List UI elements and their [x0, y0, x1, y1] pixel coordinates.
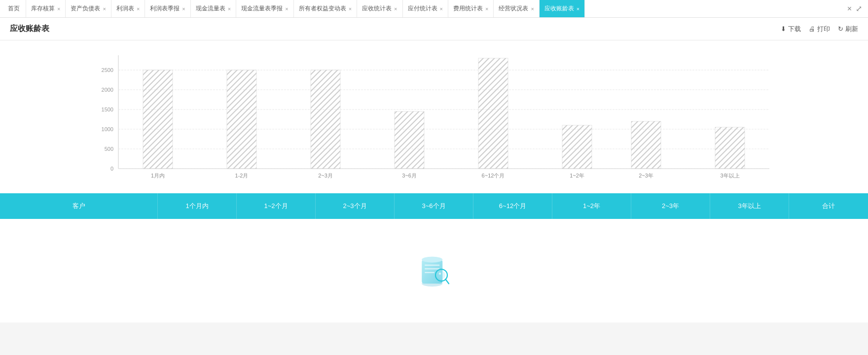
svg-point-33 [422, 257, 442, 263]
th-9: 合计 [789, 193, 868, 219]
svg-point-38 [437, 271, 446, 280]
refresh-icon: ↻ [838, 25, 843, 33]
svg-line-39 [445, 279, 449, 284]
tab-xjll[interactable]: 现金流量表× [191, 0, 236, 18]
svg-text:2~3月: 2~3月 [318, 173, 333, 178]
tab-close-icon[interactable]: × [394, 6, 397, 12]
tab-label: 应收账龄表 [544, 4, 574, 13]
th-2: 1~2个月 [237, 193, 316, 219]
svg-text:0: 0 [110, 166, 113, 172]
tab-fytj[interactable]: 费用统计表× [448, 0, 494, 18]
tab-kucun[interactable]: 库存核算× [26, 0, 66, 18]
tab-yszl[interactable]: 应收账龄表× [540, 0, 585, 18]
tab-lrbjb[interactable]: 利润表季报× [145, 0, 190, 18]
tab-label: 费用统计表 [453, 4, 483, 13]
tab-label: 资产负债表 [71, 4, 100, 13]
empty-state-icon [412, 248, 456, 293]
page-title: 应收账龄表 [10, 24, 49, 34]
tab-jyzk[interactable]: 经营状况表× [494, 0, 539, 18]
tab-close-icon[interactable]: × [577, 6, 579, 12]
tab-close-icon[interactable]: × [440, 6, 443, 12]
svg-text:6~12个月: 6~12个月 [482, 173, 505, 178]
tab-label: 所有者权益变动表 [299, 4, 346, 13]
header-actions: ⬇ 下载 🖨 打印 ↻ 刷新 [781, 25, 858, 34]
svg-rect-19 [311, 70, 340, 169]
tab-label: 库存核算 [31, 4, 55, 13]
print-icon: 🖨 [809, 25, 815, 33]
tab-label: 利润表 [116, 4, 134, 13]
tab-zcfz[interactable]: 资产负债表× [66, 0, 111, 18]
table-header: 客户1个月内1~2个月2~3个月3~6个月6~12个月1~2年2~3年3年以上合… [0, 193, 868, 219]
th-1: 1个月内 [158, 193, 237, 219]
tab-close-icon[interactable]: × [531, 6, 534, 12]
tab-close-icon[interactable]: × [182, 6, 185, 12]
svg-rect-27 [631, 121, 661, 169]
tab-close-icon[interactable]: × [137, 6, 140, 12]
refresh-label: 刷新 [845, 25, 858, 34]
empty-state [0, 219, 868, 322]
tab-bar-end: × ⤢ [847, 4, 866, 13]
tab-label: 现金流量表 [196, 4, 225, 13]
th-0: 客户 [0, 193, 158, 219]
svg-text:1月内: 1月内 [151, 173, 165, 178]
svg-text:1~2年: 1~2年 [570, 173, 584, 178]
chart-area: 0 500 1000 1500 2000 2500 [0, 40, 868, 193]
tab-close-icon[interactable]: × [285, 6, 288, 12]
tab-xjlljb[interactable]: 现金流量表季报× [236, 0, 293, 18]
print-button[interactable]: 🖨 打印 [809, 25, 830, 34]
svg-text:3~6月: 3~6月 [402, 173, 417, 178]
tab-label: 利润表季报 [150, 4, 180, 13]
tab-home-label: 首页 [8, 4, 20, 13]
main-content: 0 500 1000 1500 2000 2500 [0, 40, 868, 322]
tab-label: 现金流量表季报 [241, 4, 283, 13]
bar-chart: 0 500 1000 1500 2000 2500 [20, 50, 848, 188]
svg-text:2~3年: 2~3年 [639, 173, 653, 178]
th-8: 3年以上 [710, 193, 789, 219]
svg-rect-25 [562, 125, 592, 169]
svg-text:2000: 2000 [102, 87, 113, 93]
svg-text:1-2月: 1-2月 [235, 173, 249, 178]
download-label: 下载 [788, 25, 801, 34]
download-button[interactable]: ⬇ 下载 [781, 25, 801, 34]
svg-rect-15 [143, 70, 173, 169]
th-5: 6~12个月 [473, 193, 552, 219]
svg-rect-17 [227, 70, 256, 169]
tab-close-icon[interactable]: × [228, 6, 231, 12]
refresh-button[interactable]: ↻ 刷新 [838, 25, 858, 34]
tab-yftj[interactable]: 应付统计表× [403, 0, 448, 18]
svg-text:3年以上: 3年以上 [720, 173, 739, 178]
close-window-icon[interactable]: × [847, 4, 852, 13]
svg-rect-21 [395, 111, 424, 169]
print-label: 打印 [817, 25, 830, 34]
tab-label: 应付统计表 [408, 4, 437, 13]
tab-label: 应收统计表 [362, 4, 392, 13]
tab-ystj[interactable]: 应收统计表× [357, 0, 402, 18]
th-7: 2~3年 [631, 193, 710, 219]
tab-close-icon[interactable]: × [57, 6, 60, 12]
svg-point-40 [439, 273, 441, 275]
chart-container: 0 500 1000 1500 2000 2500 [20, 50, 848, 188]
tab-home[interactable]: 首页 [2, 0, 26, 18]
tab-bar: 首页 库存核算×资产负债表×利润表×利润表季报×现金流量表×现金流量表季报×所有… [0, 0, 868, 18]
tab-close-icon[interactable]: × [485, 6, 488, 12]
tab-syzqy[interactable]: 所有者权益变动表× [294, 0, 357, 18]
tab-lrb[interactable]: 利润表× [111, 0, 145, 18]
th-4: 3~6个月 [395, 193, 473, 219]
th-3: 2~3个月 [316, 193, 395, 219]
svg-text:1500: 1500 [102, 106, 113, 112]
svg-text:1000: 1000 [102, 126, 113, 132]
download-icon: ⬇ [781, 25, 786, 33]
svg-text:2500: 2500 [102, 67, 113, 73]
svg-text:500: 500 [105, 146, 113, 152]
page-header: 应收账龄表 ⬇ 下载 🖨 打印 ↻ 刷新 [0, 18, 868, 40]
tab-close-icon[interactable]: × [349, 6, 352, 12]
th-6: 1~2年 [552, 193, 631, 219]
svg-rect-29 [715, 127, 745, 169]
tab-label: 经营状况表 [499, 4, 528, 13]
tab-close-icon[interactable]: × [103, 6, 106, 12]
maximize-window-icon[interactable]: ⤢ [856, 4, 862, 13]
svg-rect-23 [478, 58, 508, 169]
